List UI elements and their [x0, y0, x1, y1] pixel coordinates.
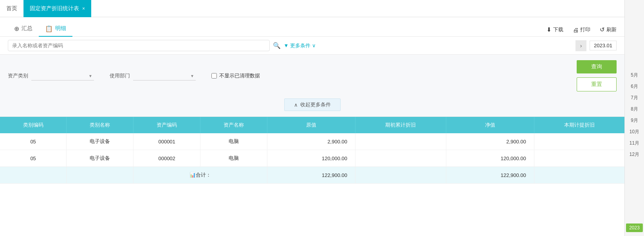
filter-row: 资产类别 使用部门	[8, 60, 617, 91]
summary-net-value: 122,900.00	[446, 167, 534, 184]
cell-asset-name: 电脑	[200, 133, 267, 150]
tab-detail-label: 明细	[55, 25, 66, 32]
hide-cleaned-label: 不显示已清理数据	[219, 72, 260, 79]
month-item[interactable]: 8月	[625, 104, 644, 114]
col-header-acc-depreciation: 期初累计折旧	[355, 117, 446, 133]
active-tab[interactable]: 固定资产折旧统计表 ×	[23, 0, 91, 17]
col-header-net-value: 净值	[446, 117, 534, 133]
filter-buttons: 查询 重置	[577, 60, 617, 91]
month-item[interactable]: 10月	[625, 127, 644, 137]
asset-category-field: 资产类别	[8, 71, 94, 80]
month-item[interactable]: 5月	[625, 70, 644, 80]
print-icon: 🖨	[573, 27, 579, 33]
search-input[interactable]	[8, 40, 270, 51]
table-row: 05 电子设备 000002 电脑 120,000.00 120,000.00	[0, 150, 624, 167]
cell-asset-name: 电脑	[200, 150, 267, 167]
summary-original-value: 122,900.00	[267, 167, 355, 184]
tab-detail[interactable]: 📋 明细	[39, 21, 72, 37]
filter-bar-right: › 2023.01	[575, 40, 617, 51]
more-filter-button[interactable]: ▼ 更多条件 ∨	[284, 42, 316, 49]
cell-category-name: 电子设备	[67, 150, 133, 167]
col-header-category-code: 类别编码	[0, 117, 67, 133]
main-content: ⊕ 汇总 📋 明细 ⬇ 下载 🖨 打印 ↺ 刷新	[0, 17, 624, 236]
department-field: 使用部门	[110, 71, 196, 80]
summary-row: 📊合计： 122,900.00 122,900.00	[0, 167, 624, 184]
summary-spacer	[0, 167, 67, 184]
collapse-button[interactable]: ∧ 收起更多条件	[284, 98, 341, 111]
cell-acc-depreciation	[355, 133, 446, 150]
tab-summary-label: 汇总	[22, 25, 32, 32]
summary-icon: ⊕	[14, 25, 19, 32]
active-tab-label: 固定资产折旧统计表	[30, 5, 79, 12]
collapse-label: 收起更多条件	[300, 101, 331, 108]
hide-cleaned-field: 不显示已清理数据	[211, 72, 260, 79]
detail-icon: 📋	[45, 25, 53, 32]
year-badge[interactable]: 2023	[626, 223, 643, 232]
download-label: 下载	[553, 26, 563, 33]
extended-filter: 资产类别 使用部门	[0, 55, 624, 117]
cell-category-code: 05	[0, 150, 67, 167]
summary-current-depreciation	[534, 167, 624, 184]
asset-category-label: 资产类别	[8, 72, 28, 79]
summary-label: 📊合计：	[133, 167, 267, 184]
month-item[interactable]: 7月	[625, 93, 644, 103]
summary-icon: 📊	[189, 172, 196, 178]
department-select[interactable]	[133, 71, 196, 80]
col-header-current-depreciation: 本期计提折旧	[534, 117, 624, 133]
col-header-asset-code: 资产编码	[133, 117, 200, 133]
more-filter-chevron: ∨	[312, 43, 316, 48]
toolbar-actions: ⬇ 下载 🖨 打印 ↺ 刷新	[547, 26, 617, 36]
query-button[interactable]: 查询	[577, 60, 617, 73]
cell-category-name: 电子设备	[67, 133, 133, 150]
toolbar-row: ⊕ 汇总 📋 明细 ⬇ 下载 🖨 打印 ↺ 刷新	[0, 17, 624, 37]
cell-current-depreciation	[534, 150, 624, 167]
department-label: 使用部门	[110, 72, 130, 79]
asset-category-select-wrap	[31, 71, 94, 80]
cell-acc-depreciation	[355, 150, 446, 167]
asset-category-select[interactable]	[31, 71, 94, 80]
collapse-bar: ∧ 收起更多条件	[8, 95, 617, 113]
download-icon: ⬇	[547, 26, 552, 33]
cell-asset-code: 000001	[133, 133, 200, 150]
cell-current-depreciation	[534, 133, 624, 150]
download-button[interactable]: ⬇ 下载	[547, 26, 563, 33]
date-badge: 2023.01	[590, 41, 617, 50]
filter-bar: 🔍 ▼ 更多条件 ∨ › 2023.01	[0, 37, 624, 55]
search-icon[interactable]: 🔍	[273, 42, 281, 49]
date-arrow-button[interactable]: ›	[575, 40, 586, 51]
col-header-asset-name: 资产名称	[200, 117, 267, 133]
reset-button[interactable]: 重置	[577, 77, 617, 91]
department-select-wrap	[133, 71, 196, 80]
cell-original-value: 120,000.00	[267, 150, 355, 167]
cell-original-value: 2,900.00	[267, 133, 355, 150]
table-wrap: 类别编码 类别名称 资产编码 资产名称 原值 期初累计折旧 净值 本期计提折旧 …	[0, 117, 624, 236]
refresh-icon: ↺	[600, 26, 605, 33]
top-navigation: 首页 固定资产折旧统计表 × ×	[0, 0, 644, 17]
right-panel: 5月6月7月8月9月10月11月12月2023	[624, 0, 644, 236]
month-item[interactable]: 9月	[625, 116, 644, 125]
print-button[interactable]: 🖨 打印	[573, 26, 590, 33]
tab-summary[interactable]: ⊕ 汇总	[8, 21, 39, 37]
month-item[interactable]: 11月	[625, 138, 644, 148]
col-header-original-value: 原值	[267, 117, 355, 133]
close-tab-icon[interactable]: ×	[82, 6, 85, 11]
table-row: 05 电子设备 000001 电脑 2,900.00 2,900.00	[0, 133, 624, 150]
month-item[interactable]: 6月	[625, 82, 644, 91]
cell-net-value: 120,000.00	[446, 150, 534, 167]
refresh-button[interactable]: ↺ 刷新	[600, 26, 617, 33]
cell-net-value: 2,900.00	[446, 133, 534, 150]
summary-acc-depreciation	[355, 167, 446, 184]
home-link[interactable]: 首页	[6, 5, 23, 12]
refresh-label: 刷新	[606, 26, 617, 33]
print-label: 打印	[580, 26, 590, 33]
hide-cleaned-checkbox[interactable]	[211, 73, 217, 79]
collapse-icon: ∧	[294, 102, 298, 108]
filter-icon: ▼	[284, 43, 289, 48]
col-header-category-name: 类别名称	[67, 117, 133, 133]
table-header-row: 类别编码 类别名称 资产编码 资产名称 原值 期初累计折旧 净值 本期计提折旧	[0, 117, 624, 133]
cell-category-code: 05	[0, 133, 67, 150]
data-table: 类别编码 类别名称 资产编码 资产名称 原值 期初累计折旧 净值 本期计提折旧 …	[0, 117, 624, 184]
more-filter-label: 更多条件	[290, 42, 310, 49]
month-item[interactable]: 12月	[625, 150, 644, 159]
summary-spacer2	[67, 167, 133, 184]
